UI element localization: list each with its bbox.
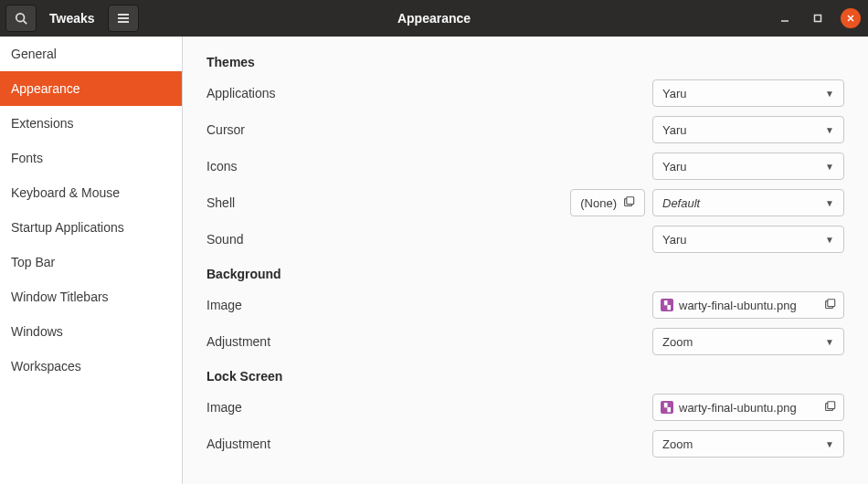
row-icons: Icons Yaru ▼ xyxy=(206,148,844,184)
section-title-background: Background xyxy=(206,267,844,281)
combo-ls-adjustment[interactable]: Zoom ▼ xyxy=(652,430,844,458)
label-bg-image: Image xyxy=(206,298,242,312)
file-button-ls-image[interactable]: ▚ warty-final-ubuntu.png xyxy=(652,394,844,421)
row-applications: Applications Yaru ▼ xyxy=(206,75,844,111)
sidebar: General Appearance Extensions Fonts Keyb… xyxy=(0,37,183,484)
row-shell: Shell (None) Default ▼ xyxy=(206,184,844,221)
titlebar: Tweaks Appearance xyxy=(0,0,868,37)
combo-cursor-value: Yaru xyxy=(662,123,825,137)
chevron-down-icon: ▼ xyxy=(825,235,834,245)
svg-rect-14 xyxy=(828,402,835,409)
label-icons: Icons xyxy=(206,159,237,174)
shell-none-label: (None) xyxy=(580,196,617,210)
search-icon xyxy=(15,12,27,25)
content: Themes Applications Yaru ▼ Cursor Yaru ▼ xyxy=(183,37,868,484)
row-sound: Sound Yaru ▼ xyxy=(206,221,844,258)
label-sound: Sound xyxy=(206,232,243,247)
image-file-icon: ▚ xyxy=(661,299,673,311)
section-title-themes: Themes xyxy=(206,55,844,69)
sidebar-item-startup-applications[interactable]: Startup Applications xyxy=(0,210,182,245)
chevron-down-icon: ▼ xyxy=(825,198,834,208)
app-name: Tweaks xyxy=(49,11,95,26)
label-bg-adjustment: Adjustment xyxy=(206,334,270,349)
hamburger-icon xyxy=(117,13,130,24)
combo-bg-adjustment[interactable]: Zoom ▼ xyxy=(652,328,844,355)
svg-point-0 xyxy=(16,14,25,22)
menu-button[interactable] xyxy=(108,5,139,32)
minimize-button[interactable] xyxy=(775,8,795,28)
combo-icons-value: Yaru xyxy=(662,160,825,174)
titlebar-left: Tweaks xyxy=(0,5,183,32)
combo-applications[interactable]: Yaru ▼ xyxy=(652,79,844,107)
row-ls-adjustment: Adjustment Zoom ▼ xyxy=(206,426,844,462)
open-file-icon xyxy=(823,299,836,311)
chevron-down-icon: ▼ xyxy=(825,125,834,135)
svg-rect-10 xyxy=(627,197,634,205)
file-button-bg-image[interactable]: ▚ warty-final-ubuntu.png xyxy=(652,291,844,319)
chevron-down-icon: ▼ xyxy=(825,162,834,172)
sidebar-item-windows[interactable]: Windows xyxy=(0,314,182,349)
shell-none-button[interactable]: (None) xyxy=(570,189,645,216)
search-button[interactable] xyxy=(5,5,37,32)
sidebar-item-window-titlebars[interactable]: Window Titlebars xyxy=(0,279,182,314)
row-bg-adjustment: Adjustment Zoom ▼ xyxy=(206,323,844,360)
sidebar-item-keyboard-mouse[interactable]: Keyboard & Mouse xyxy=(0,175,182,210)
combo-ls-adjustment-value: Zoom xyxy=(662,437,825,451)
page-title: Appearance xyxy=(397,11,471,26)
close-icon xyxy=(846,14,855,23)
maximize-button[interactable] xyxy=(808,8,828,28)
minimize-icon xyxy=(780,14,789,23)
sidebar-item-extensions[interactable]: Extensions xyxy=(0,106,182,141)
file-button-ls-image-value: warty-final-ubuntu.png xyxy=(679,401,818,415)
row-ls-image: Image ▚ warty-final-ubuntu.png xyxy=(206,389,844,426)
file-button-bg-image-value: warty-final-ubuntu.png xyxy=(679,299,818,312)
row-cursor: Cursor Yaru ▼ xyxy=(206,111,844,148)
open-file-icon xyxy=(622,196,635,209)
svg-line-1 xyxy=(24,21,27,25)
close-button[interactable] xyxy=(841,8,861,28)
window-controls xyxy=(775,0,861,37)
sidebar-item-top-bar[interactable]: Top Bar xyxy=(0,245,182,279)
open-file-icon xyxy=(823,401,836,414)
label-applications: Applications xyxy=(206,86,276,100)
section-title-lockscreen: Lock Screen xyxy=(206,369,844,384)
combo-bg-adjustment-value: Zoom xyxy=(662,335,825,349)
label-ls-adjustment: Adjustment xyxy=(206,437,270,451)
combo-shell[interactable]: Default ▼ xyxy=(652,189,844,216)
svg-rect-6 xyxy=(815,16,821,22)
sidebar-item-workspaces[interactable]: Workspaces xyxy=(0,349,182,384)
chevron-down-icon: ▼ xyxy=(825,337,834,347)
label-ls-image: Image xyxy=(206,400,242,415)
sidebar-item-appearance[interactable]: Appearance xyxy=(0,71,182,106)
chevron-down-icon: ▼ xyxy=(825,439,834,449)
image-file-icon: ▚ xyxy=(661,401,673,414)
combo-sound[interactable]: Yaru ▼ xyxy=(652,226,844,253)
combo-applications-value: Yaru xyxy=(662,87,825,100)
combo-cursor[interactable]: Yaru ▼ xyxy=(652,116,844,143)
combo-shell-value: Default xyxy=(662,196,825,210)
label-shell: Shell xyxy=(206,195,235,210)
maximize-icon xyxy=(813,14,822,23)
row-bg-image: Image ▚ warty-final-ubuntu.png xyxy=(206,287,844,323)
chevron-down-icon: ▼ xyxy=(825,89,834,99)
combo-sound-value: Yaru xyxy=(662,233,825,247)
sidebar-item-fonts[interactable]: Fonts xyxy=(0,141,182,175)
svg-rect-12 xyxy=(828,300,835,307)
combo-icons[interactable]: Yaru ▼ xyxy=(652,153,844,180)
sidebar-item-general[interactable]: General xyxy=(0,37,182,71)
label-cursor: Cursor xyxy=(206,122,245,137)
